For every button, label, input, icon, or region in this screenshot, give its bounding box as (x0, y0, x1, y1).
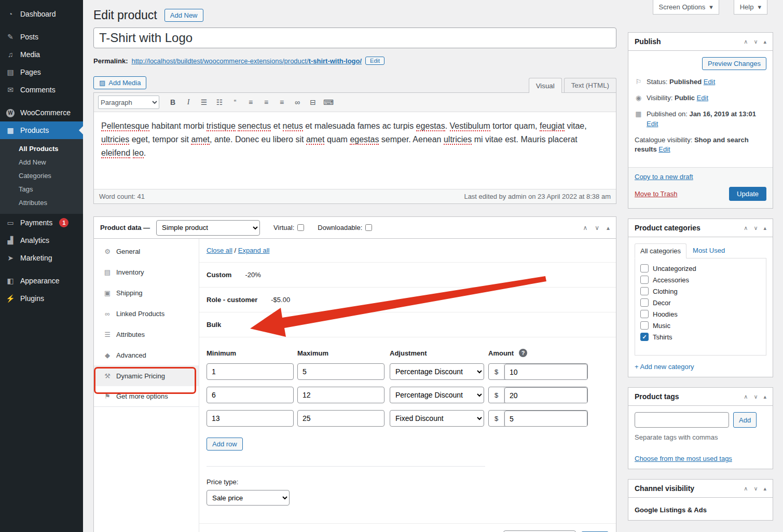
tab-advanced[interactable]: ◆Advanced (94, 345, 199, 365)
tab-linked-products[interactable]: ∞Linked Products (94, 303, 199, 324)
editor-content[interactable]: Pellentesque habitant morbi tristique se… (94, 112, 616, 189)
add-new-category-link[interactable]: + Add new category (635, 363, 694, 371)
close-all-link[interactable]: Close all (207, 247, 232, 254)
adjustment-select[interactable]: Fixed Discount (390, 410, 484, 427)
align-right-button[interactable]: ≡ (274, 96, 289, 109)
sidebar-item-analytics[interactable]: ▟Analytics (0, 231, 83, 249)
submenu-attributes[interactable]: Attributes (0, 196, 83, 210)
move-up-icon[interactable]: ∧ (744, 393, 748, 400)
add-tag-button[interactable]: Add (733, 412, 757, 428)
numbered-list-button[interactable]: ☷ (212, 96, 227, 109)
help-icon[interactable]: ? (519, 349, 527, 357)
tab-dynamic-pricing[interactable]: ⚒Dynamic Pricing (94, 365, 199, 386)
adjustment-select[interactable]: Percentage Discount (390, 387, 484, 403)
move-down-icon[interactable]: ∨ (595, 224, 599, 231)
checkbox[interactable] (640, 321, 649, 330)
maximum-input[interactable] (297, 410, 384, 427)
checkbox[interactable] (640, 264, 649, 272)
price-type-select[interactable]: Sale price (207, 490, 290, 506)
submenu-all-products[interactable]: All Products (0, 142, 83, 156)
amount-input[interactable] (504, 411, 587, 427)
category-list[interactable]: Uncategorized Accessories Clothing Decor… (635, 258, 766, 356)
blockquote-button[interactable]: “ (228, 96, 242, 109)
move-up-icon[interactable]: ∧ (744, 225, 748, 231)
sidebar-item-marketing[interactable]: ➤Marketing (0, 249, 83, 267)
align-left-button[interactable]: ≡ (243, 96, 258, 109)
move-down-icon[interactable]: ∨ (753, 225, 758, 231)
adjustment-select[interactable]: Percentage Discount (390, 363, 484, 380)
update-button[interactable]: Update (729, 187, 766, 201)
checkbox[interactable] (640, 287, 649, 295)
category-uncategorized[interactable]: Uncategorized (640, 263, 766, 274)
submenu-categories[interactable]: Categories (0, 169, 83, 183)
copy-to-draft-link[interactable]: Copy to a new draft (635, 173, 693, 181)
permalink-edit-button[interactable]: Edit (365, 57, 384, 65)
checkbox[interactable] (640, 298, 649, 307)
submenu-add-new[interactable]: Add New (0, 156, 83, 169)
permalink-link[interactable]: http://localhost/buildtest/woocommerce-e… (131, 57, 362, 65)
sidebar-item-appearance[interactable]: ◧Appearance (0, 272, 83, 290)
move-to-trash-link[interactable]: Move to Trash (635, 190, 677, 198)
sidebar-item-media[interactable]: ♫Media (0, 46, 83, 63)
tab-shipping[interactable]: ▣Shipping (94, 282, 199, 303)
pricing-rule-bulk[interactable]: Bulk (199, 312, 616, 337)
collapse-toggle-icon[interactable]: ▴ (763, 38, 766, 45)
amount-input[interactable] (504, 364, 587, 380)
minimum-input[interactable] (207, 363, 294, 380)
sidebar-item-woocommerce[interactable]: WWooCommerce (0, 104, 83, 121)
checkbox[interactable] (640, 310, 649, 318)
amount-input[interactable] (504, 387, 587, 403)
sidebar-item-dashboard[interactable]: ◔Dashboard (0, 5, 83, 23)
sidebar-item-pages[interactable]: ▤Pages (0, 63, 83, 81)
tab-inventory[interactable]: ▤Inventory (94, 262, 199, 282)
submenu-tags[interactable]: Tags (0, 183, 83, 196)
add-new-button[interactable]: Add New (164, 9, 203, 22)
move-down-icon[interactable]: ∨ (753, 393, 758, 400)
edit-status-link[interactable]: Edit (704, 78, 715, 86)
sidebar-item-payments[interactable]: ▭Payments1 (0, 214, 83, 231)
sidebar-item-products[interactable]: ▦Products (0, 121, 83, 139)
minimum-input[interactable] (207, 387, 294, 403)
collapse-toggle-icon[interactable]: ▴ (763, 393, 766, 400)
move-down-icon[interactable]: ∨ (753, 38, 758, 45)
tags-input[interactable] (635, 412, 729, 428)
product-type-select[interactable]: Simple product (156, 220, 260, 236)
tab-text-html[interactable]: Text (HTML) (564, 78, 616, 92)
tab-all-categories[interactable]: All categories (635, 243, 686, 258)
add-row-button[interactable]: Add row (207, 438, 243, 451)
bold-button[interactable]: B (166, 96, 180, 109)
help-button[interactable]: Help▾ (734, 0, 767, 15)
category-decor[interactable]: Decor (640, 297, 766, 308)
move-up-icon[interactable]: ∧ (583, 224, 587, 231)
checkbox[interactable] (640, 276, 649, 284)
edit-catalogue-link[interactable]: Edit (658, 145, 670, 153)
sidebar-item-comments[interactable]: ✉Comments (0, 81, 83, 99)
pricing-rule-custom[interactable]: Custom -20% (199, 263, 616, 288)
tab-visual[interactable]: Visual (529, 78, 562, 93)
collapse-toggle-icon[interactable]: ▴ (607, 224, 610, 231)
add-media-button[interactable]: ▨Add Media (93, 76, 146, 89)
category-tshirts[interactable]: Tshirts (640, 331, 766, 343)
tab-most-used[interactable]: Most Used (688, 243, 730, 258)
screen-options-button[interactable]: Screen Options▾ (653, 0, 719, 15)
move-up-icon[interactable]: ∧ (744, 38, 748, 45)
preview-changes-button[interactable]: Preview Changes (702, 57, 766, 70)
choose-most-used-tags-link[interactable]: Choose from the most used tags (635, 455, 732, 462)
collapse-toggle-icon[interactable]: ▴ (763, 485, 766, 492)
keyboard-shortcuts-button[interactable]: ⌨ (321, 96, 336, 109)
paragraph-format-select[interactable]: Paragraph (98, 96, 159, 109)
sidebar-item-plugins[interactable]: ⚡Plugins (0, 290, 83, 307)
link-button[interactable]: ∞ (290, 96, 305, 109)
category-music[interactable]: Music (640, 320, 766, 331)
downloadable-checkbox[interactable] (365, 224, 372, 231)
expand-all-link[interactable]: Expand all (238, 247, 270, 254)
italic-button[interactable]: I (181, 96, 196, 109)
minimum-input[interactable] (207, 410, 294, 427)
edit-published-link[interactable]: Edit (647, 120, 658, 128)
tab-attributes[interactable]: ☰Attributes (94, 324, 199, 345)
tab-general[interactable]: ⚙General (94, 241, 199, 262)
sidebar-item-posts[interactable]: ✎Posts (0, 28, 83, 46)
align-center-button[interactable]: ≡ (259, 96, 273, 109)
collapse-toggle-icon[interactable]: ▴ (763, 225, 766, 231)
tab-get-more-options[interactable]: ⚑Get more options (94, 386, 199, 407)
